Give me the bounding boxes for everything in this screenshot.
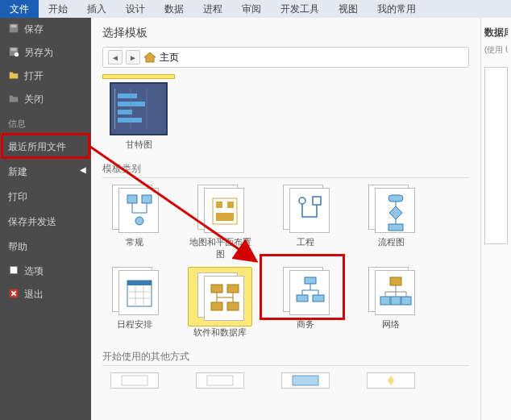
sidebar-open[interactable]: 打开 [0,64,91,88]
sidebar-recent[interactable]: 最近所用文件 [0,135,91,160]
category-label: 常规 [102,236,167,248]
sidebar-info[interactable]: 信息 [0,111,91,135]
ribbon-tab-devtools[interactable]: 开发工具 [271,0,329,18]
svg-rect-39 [380,297,390,305]
sidebar-options[interactable]: 选项 [0,260,91,283]
svg-rect-38 [390,277,401,285]
sidebar-save-label: 保存 [24,23,44,36]
category-network[interactable]: 网络 [359,267,423,339]
category-label: 软件和数据库 [188,326,252,339]
svg-rect-35 [305,277,316,284]
backstage-sidebar: 保存 另存为 打开 关闭 信息 最近所用文件 新建 ◀ 打印 保存并发送 帮助 … [0,18,91,420]
close-icon [8,93,19,106]
svg-rect-43 [207,376,233,385]
svg-point-4 [15,52,19,56]
ribbon-tab-custom[interactable]: 我的常用 [368,0,426,18]
category-general[interactable]: 常规 [102,185,167,260]
ribbon-tab-process[interactable]: 进程 [193,0,232,18]
chevron-left-icon: ◀ [80,165,86,174]
categories-grid: 常规 地图和平面布置图 工程 流程图 日程安排 软件和数据库 [102,185,469,339]
category-label: 网络 [359,318,423,331]
sidebar-options-label: 选项 [24,264,44,278]
svg-rect-15 [142,195,152,203]
svg-rect-34 [227,302,239,310]
sidebar-open-label: 打开 [24,69,44,83]
selection-bar [102,74,175,79]
svg-rect-44 [293,376,318,385]
svg-rect-32 [227,285,239,293]
svg-rect-7 [118,94,137,98]
other-ways-label: 开始使用的其他方式 [102,350,469,366]
ribbon-tab-data[interactable]: 数据 [155,0,193,18]
sidebar-help[interactable]: 帮助 [0,235,91,260]
category-label: 地图和平面布置图 [188,236,252,260]
svg-rect-9 [118,110,132,114]
saveas-icon [8,46,19,60]
open-icon [8,69,19,83]
other-item-4[interactable] [359,372,423,392]
sidebar-close[interactable]: 关闭 [0,88,91,111]
category-label: 商务 [273,318,338,331]
exit-icon [8,288,19,301]
sidebar-saveas-label: 另存为 [24,46,53,60]
other-item-3[interactable] [273,372,338,392]
ribbon-tab-design[interactable]: 设计 [116,0,155,18]
sidebar-savesend[interactable]: 保存并发送 [0,210,91,235]
right-panel-preview [484,67,508,244]
sidebar-save[interactable]: 保存 [0,18,91,41]
template-featured-gantt[interactable]: 甘特图 [102,82,175,151]
svg-rect-26 [127,281,152,285]
ribbon-tab-view[interactable]: 视图 [329,0,368,18]
other-item-2[interactable] [188,372,252,392]
breadcrumb-bar: ◄ ► 主页 [102,47,469,68]
category-label: 流程图 [359,236,423,248]
sidebar-saveas[interactable]: 另存为 [0,41,91,64]
ribbon: 文件 开始 插入 设计 数据 进程 审阅 开发工具 视图 我的常用 [0,0,511,18]
svg-rect-1 [11,25,17,28]
svg-rect-3 [11,48,17,52]
category-label: 日程安排 [102,318,167,331]
svg-rect-8 [118,102,145,106]
category-schedule[interactable]: 日程安排 [102,267,167,339]
sidebar-exit-label: 退出 [24,288,44,301]
svg-rect-14 [127,195,137,203]
category-business[interactable]: 商务 [273,267,338,339]
svg-rect-5 [10,267,18,274]
right-panel-sub: (使用 U [484,44,508,56]
breadcrumb-home[interactable]: 主页 [160,51,179,64]
options-icon [8,264,19,278]
svg-rect-23 [388,195,403,202]
svg-rect-42 [122,376,147,385]
content-title: 选择模板 [102,26,469,40]
svg-rect-33 [211,302,222,310]
category-flowchart[interactable]: 流程图 [359,185,423,260]
category-maps[interactable]: 地图和平面布置图 [188,185,252,260]
template-featured-label: 甘特图 [102,139,175,151]
svg-rect-36 [297,295,308,301]
content-area: 选择模板 ◄ ► 主页 甘特图 模板类别 常规 地图和平面布置图 [91,18,480,420]
ribbon-tab-review[interactable]: 审阅 [232,0,271,18]
nav-forward-button[interactable]: ► [126,50,140,64]
other-item-1[interactable] [102,372,167,392]
svg-point-21 [299,198,305,204]
ribbon-tab-home[interactable]: 开始 [39,0,77,18]
svg-rect-19 [227,202,234,208]
sidebar-print[interactable]: 打印 [0,185,91,210]
ribbon-tab-insert[interactable]: 插入 [77,0,116,18]
svg-rect-18 [216,202,222,208]
svg-point-16 [135,217,143,225]
svg-rect-10 [118,118,142,123]
categories-label: 模板类别 [102,162,469,178]
other-grid [102,372,469,392]
sidebar-exit[interactable]: 退出 [0,283,91,306]
sidebar-new[interactable]: 新建 ◀ [0,160,91,185]
right-panel: 数据库 (使用 U [480,18,511,420]
ribbon-tab-file[interactable]: 文件 [0,0,39,18]
home-icon [143,52,156,63]
sidebar-new-label: 新建 [8,166,27,177]
category-engineering[interactable]: 工程 [273,185,338,260]
category-label: 工程 [273,236,338,248]
category-software-db[interactable]: 软件和数据库 [188,267,252,339]
save-icon [8,23,19,36]
nav-back-button[interactable]: ◄ [108,50,123,64]
